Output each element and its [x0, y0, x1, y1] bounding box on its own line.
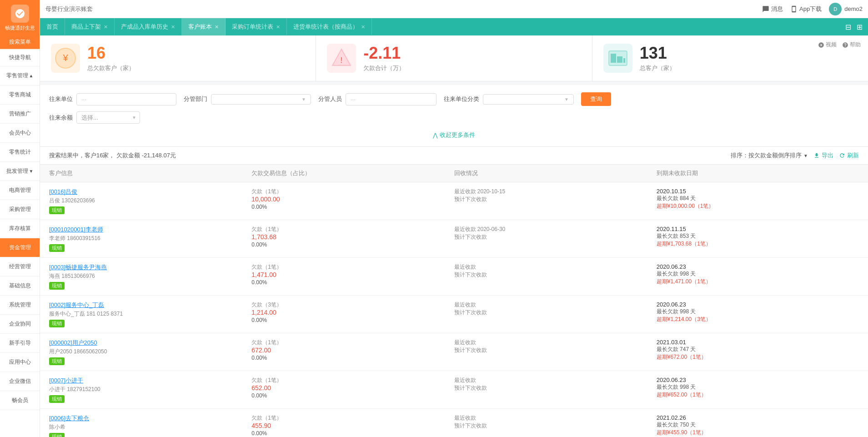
customer-name-0[interactable]: [0016]吕俊 — [49, 188, 251, 196]
debt-info-0: 欠款（1笔） 10,000.00 0.00% — [251, 188, 454, 210]
sidebar-item-system[interactable]: 系统管理 — [0, 296, 40, 315]
sidebar-item-wecom[interactable]: 企业微信 — [0, 372, 40, 391]
unit-class-label: 往来单位分类 — [444, 95, 479, 103]
due-date-0: 2020.10.15 最长欠款 884 天 超期¥10,000.00（1笔） — [657, 188, 859, 210]
tab-maximize-btn[interactable]: ⊞ — [855, 23, 864, 31]
filter-from-unit: 往来单位 ··· — [49, 93, 176, 105]
sidebar-item-newbie[interactable]: 新手引导 — [0, 334, 40, 353]
balance-select[interactable]: 选择... — [76, 111, 140, 124]
tab-close-1[interactable]: ✕ — [104, 24, 108, 30]
sidebar-item-member-center[interactable]: 会员中心 — [0, 124, 40, 143]
svg-rect-7 — [623, 58, 625, 63]
sidebar-item-wholesale-mgmt[interactable]: 批发管理 ▼ — [0, 162, 40, 181]
from-unit-input[interactable]: ··· — [76, 93, 176, 105]
due-date-3: 2020.06.23 最长欠款 998 天 超期¥1,214.00（3笔） — [657, 301, 859, 323]
video-btn[interactable]: 视频 — [818, 41, 837, 49]
stats-row: ¥ 16 总欠款客户（家） ! -2.11 欠款合计（万） — [40, 35, 868, 81]
arrow-icon: ▲ — [29, 73, 34, 78]
tab-purchase-stats[interactable]: 采购订单统计表 ✕ — [226, 18, 287, 35]
sidebar-item-app-center[interactable]: 应用中心 — [0, 353, 40, 372]
filter-person: 分管人员 ··· — [318, 93, 437, 105]
sidebar-item-retail-stats[interactable]: 零售统计 — [0, 143, 40, 162]
tab-inventory-history[interactable]: 产成品入库单历史 ✕ — [115, 18, 182, 35]
tab-close-3[interactable]: ✕ — [215, 24, 219, 30]
sidebar-item-basic-info[interactable]: 基础信息 — [0, 276, 40, 296]
filter-balance: 往来余额 选择... ▼ — [49, 111, 140, 124]
customer-tag-5: 现销 — [49, 395, 65, 403]
results-info: 搜索结果中，客户16家， 欠款金额 -21,148.07元 — [49, 151, 176, 160]
customer-name-2[interactable]: [0003]畅捷服务尹海燕 — [49, 263, 251, 271]
table-row: [000002]用户2050 用户2050 18665062050 现销 欠款（… — [40, 333, 868, 371]
search-menu-label: 搜索菜单 — [9, 39, 31, 45]
balance-label: 往来余额 — [49, 114, 73, 122]
customer-tag-0: 现销 — [49, 206, 65, 214]
sidebar-item-marketing[interactable]: 营销推广 — [0, 105, 40, 124]
message-btn[interactable]: 消息 — [762, 5, 783, 13]
overdue-link-2[interactable]: 超期¥1,471.00（1笔） — [657, 278, 859, 286]
customer-tag-6: 现销 — [49, 433, 65, 437]
tab-close-5[interactable]: ✕ — [361, 24, 365, 30]
collection-info-4: 最近收款 预计下次收款 — [454, 339, 657, 354]
stat-debt-amount: ! -2.11 欠款合计（万） — [316, 35, 592, 81]
table-row: [0007]小进干 小进干 18279152100 现销 欠款（1笔） 652.… — [40, 371, 868, 409]
tab-customer-ledger[interactable]: 客户账本 ✕ — [182, 18, 226, 35]
sidebar-item-vip[interactable]: 畅会员 — [0, 391, 40, 410]
app-download-btn[interactable]: App下载 — [790, 5, 822, 13]
export-btn[interactable]: 导出 — [813, 151, 833, 160]
search-button[interactable]: 查询 — [581, 92, 611, 106]
tab-home[interactable]: 首页 — [40, 18, 65, 35]
customer-name-1[interactable]: [0001020001]李老师 — [49, 226, 251, 234]
user-menu[interactable]: D demo2 — [829, 3, 863, 15]
due-date-5: 2020.06.23 最长欠款 998 天 超期¥652.00（1笔） — [657, 377, 859, 399]
sidebar-item-retail-mall[interactable]: 零售商城 — [0, 85, 40, 105]
filter-unit-class: 往来单位分类 ▼ — [444, 94, 574, 105]
customer-name-5[interactable]: [0007]小进干 — [49, 377, 251, 385]
main-area: 母婴行业演示账套 消息 App下载 D demo2 首页 商品上下架 ✕ — [40, 0, 868, 437]
person-input[interactable]: ··· — [346, 93, 437, 105]
search-menu[interactable]: 搜索菜单 — [0, 35, 40, 49]
debt-customers-icon: ¥ — [51, 44, 80, 73]
overdue-link-3[interactable]: 超期¥1,214.00（3笔） — [657, 316, 859, 323]
refresh-btn[interactable]: 刷新 — [839, 151, 859, 160]
customer-name-4[interactable]: [000002]用户2050 — [49, 339, 251, 347]
overdue-link-6[interactable]: 超期¥455.90（1笔） — [657, 429, 859, 437]
tab-product-shelf[interactable]: 商品上下架 ✕ — [65, 18, 115, 35]
topbar: 母婴行业演示账套 消息 App下载 D demo2 — [40, 0, 868, 18]
dept-select[interactable]: ▼ — [211, 94, 311, 105]
due-date-1: 2020.11.15 最长欠款 853 天 超期¥1,703.68（1笔） — [657, 226, 859, 248]
company-name: 母婴行业演示账套 — [45, 5, 93, 13]
sidebar-item-retail-mgmt[interactable]: 零售管理 ▲ — [0, 66, 40, 85]
customer-tag-2: 现销 — [49, 282, 65, 290]
tab-close-4[interactable]: ✕ — [276, 24, 280, 30]
collapse-btn[interactable]: ⋀ 收起更多条件 — [49, 129, 859, 143]
sidebar-item-finance[interactable]: 资金管理 — [0, 238, 40, 257]
person-label: 分管人员 — [318, 95, 342, 103]
help-btn[interactable]: 帮助 — [842, 41, 861, 49]
unit-class-select[interactable]: ▼ — [483, 94, 574, 105]
quick-nav[interactable]: 快捷导航 — [0, 49, 40, 66]
sort-select[interactable]: 排序：按欠款金额倒序排序 ▼ — [731, 151, 808, 160]
customer-name-6[interactable]: [0006]去下粮仓 — [49, 414, 251, 422]
debt-info-1: 欠款（1笔） 1,703.68 0.00% — [251, 226, 454, 248]
tab-close-2[interactable]: ✕ — [171, 24, 175, 30]
tab-minimize-btn[interactable]: ⊟ — [843, 23, 853, 31]
customer-info-3: [0002]服务中心_丁磊 服务中心_丁磊 181 0125 8371 现销 — [49, 301, 251, 327]
tab-goods-stats[interactable]: 进货单统计表（按商品） ✕ — [287, 18, 372, 35]
overdue-link-1[interactable]: 超期¥1,703.68（1笔） — [657, 240, 859, 248]
sidebar-item-purchase[interactable]: 采购管理 — [0, 200, 40, 219]
sidebar-item-operations[interactable]: 经营管理 — [0, 257, 40, 276]
total-customers-info: 131 总客户（家） — [640, 44, 675, 72]
sidebar: 畅捷通好生意 搜索菜单 快捷导航 零售管理 ▲ 零售商城 营销推广 会员中心 零… — [0, 0, 40, 437]
debt-info-4: 欠款（1笔） 672.00 0.00% — [251, 339, 454, 361]
overdue-link-0[interactable]: 超期¥10,000.00（1笔） — [657, 202, 859, 210]
overdue-link-4[interactable]: 超期¥672.00（1笔） — [657, 353, 859, 361]
results-amount-value: -21,148.07元 — [142, 152, 176, 159]
overdue-link-5[interactable]: 超期¥652.00（1笔） — [657, 391, 859, 399]
col-customer-info: 客户信息 — [49, 169, 251, 177]
customer-name-3[interactable]: [0002]服务中心_丁磊 — [49, 301, 251, 309]
sidebar-item-ecommerce[interactable]: 电商管理 — [0, 181, 40, 200]
sidebar-item-inventory[interactable]: 库存核算 — [0, 219, 40, 238]
sidebar-item-corp-collab[interactable]: 企业协同 — [0, 315, 40, 334]
export-label: 导出 — [822, 151, 833, 160]
avatar: D — [829, 3, 842, 15]
